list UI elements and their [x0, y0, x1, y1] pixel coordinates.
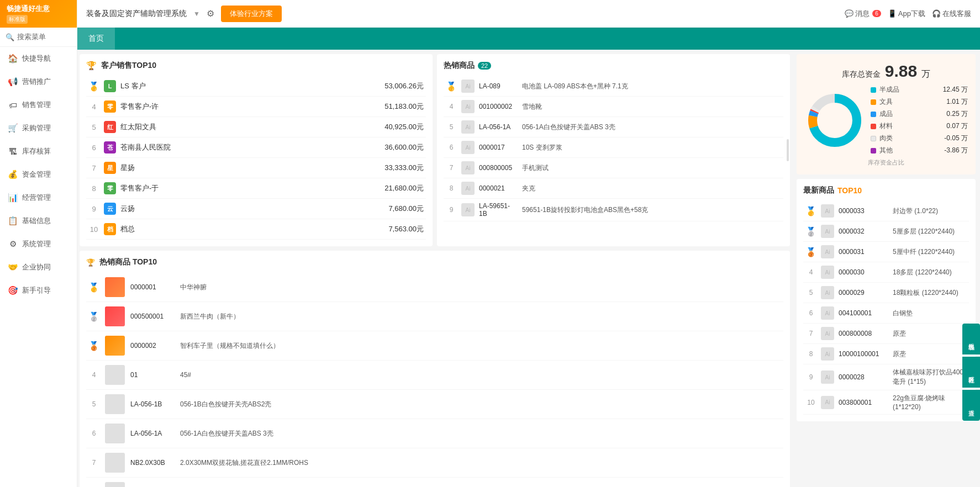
product-img-2: [105, 306, 125, 326]
basic-info-icon: 📋: [8, 216, 18, 226]
latest-product-3: 🥉 Ai 0000031 5厘中纤 (1220*2440): [803, 242, 969, 262]
item-code-r2: 001000002: [479, 103, 518, 110]
item-img-r2: Ai: [461, 100, 475, 113]
sidebar-item-guide[interactable]: 🎯 新手引导: [0, 279, 77, 302]
hot-product-3: 🥉 0000002 智利车子里（规格不知道填什么）: [86, 331, 783, 361]
rank-num-r5: 7: [446, 164, 457, 172]
latest-products-panel: 最新商品 TOP10 🥇 Ai 0000033 封边带 (1.0*22) 🥈 A…: [797, 179, 976, 421]
latest-product-9: 9 Ai 0000028 体械嘉核味苏打饮品400毫升 (1*15): [803, 364, 969, 390]
latest-img-8: Ai: [821, 347, 834, 361]
legend-dot-2: [871, 99, 876, 105]
hot-product-7: 7 NB2.0X30B 2.0X30MM双搓花轴,搓花直径2.1MM/ROHS: [86, 448, 783, 478]
item-img-r6: Ai: [461, 182, 475, 195]
latest-products-title: 最新商品: [803, 186, 834, 195]
latest-rank-8: 8: [805, 350, 816, 358]
latest-product-1: 🥇 Ai 0000033 封边带 (1.0*22): [803, 201, 969, 221]
rank-row-8: 10 档 档总 7,563.00元: [86, 219, 426, 240]
messages-btn[interactable]: 💬 消息 6: [845, 9, 881, 19]
product-img-7: [105, 453, 125, 473]
hot-product-5: 5 LA-056-1B 056-1B白色按键开关壳ABS2壳: [86, 390, 783, 419]
hot-product-8: 8 0000011 12070519-xs: [86, 478, 783, 487]
marketing-icon: 📢: [8, 77, 18, 87]
sidebar-item-marketing[interactable]: 📢 营销推广: [0, 70, 77, 93]
sidebar-item-quick-nav[interactable]: 🏠 快捷导航: [0, 47, 77, 70]
sidebar-search[interactable]: 🔍 搜索菜单: [0, 28, 77, 47]
rank-num-r3: 5: [446, 123, 457, 131]
sidebar-item-finance[interactable]: 💰 资金管理: [0, 163, 77, 186]
sidebar-item-purchase[interactable]: 🛒 采购管理: [0, 117, 77, 140]
rank-num-6: 8: [88, 184, 99, 193]
main-container: 装备及固定资产辅助管理系统 ▼ ⚙ 体验行业方案 💬 消息 6 📱 App下载 …: [77, 0, 980, 487]
product-name-7: 2.0X30MM双搓花轴,搓花直径2.1MM/ROHS: [180, 458, 781, 468]
legend-value-2: 1.01 万: [946, 97, 968, 107]
tab-bar: 首页: [77, 28, 980, 50]
legend-label-5: 肉类: [879, 134, 941, 143]
sidebar-item-sales[interactable]: 🏷 销售管理: [0, 93, 77, 117]
latest-img-7: Ai: [821, 327, 834, 340]
legend-item-6: 其他 -3.86 万: [871, 146, 968, 155]
gear-icon[interactable]: ⚙: [207, 8, 214, 19]
latest-name-6: 白钢垫: [893, 309, 967, 318]
cooperation-icon: 🤝: [8, 262, 18, 272]
product-code-3: 0000002: [130, 342, 175, 350]
latest-img-5: Ai: [821, 286, 834, 299]
app-download-btn[interactable]: 📱 App下载: [888, 9, 925, 19]
rank-name-8: 档总: [120, 224, 384, 234]
service-community-btn[interactable]: 服务社区: [962, 357, 980, 388]
rank-num-4: 6: [88, 144, 99, 152]
legend-item-2: 文具 1.01 万: [871, 97, 968, 107]
sidebar-item-basic-info[interactable]: 📋 基础信息: [0, 209, 77, 232]
legend-item-4: 材料 0.07 万: [871, 121, 968, 131]
latest-name-5: 18颗粒板 (1220*2440): [893, 288, 967, 298]
rank-name-2: 零售客户-许: [120, 102, 380, 112]
trophy-icon: 🏆: [86, 61, 97, 71]
header: 装备及固定资产辅助管理系统 ▼ ⚙ 体验行业方案 💬 消息 6 📱 App下载 …: [77, 0, 980, 28]
sidebar-item-cooperation[interactable]: 🤝 企业协同: [0, 256, 77, 279]
rank-num-p5: 5: [88, 400, 99, 408]
hot-products-title: 热销商品 TOP10: [99, 257, 157, 267]
nav-label: 新手引导: [22, 285, 51, 295]
rank-medal-p3: 🥉: [88, 341, 99, 351]
rank-row-3: 5 红 红太阳文具 40,925.00元: [86, 117, 426, 137]
product-img-4: [105, 365, 125, 385]
latest-rank-10: 10: [805, 399, 816, 406]
message-icon: 💬: [845, 9, 853, 18]
latest-products-top: TOP10: [837, 186, 862, 195]
hot-item-right-3: 5 Ai LA-056-1A 056-1A白色按键开关盖ABS 3壳: [444, 117, 783, 137]
sidebar: 畅捷通好生意 标准版 🔍 搜索菜单 🏠 快捷导航 📢 营销推广 🏷 销售管理 🛒…: [0, 0, 77, 487]
online-service-btn[interactable]: 🎧 在线客服: [932, 9, 971, 19]
latest-code-2: 0000032: [839, 227, 888, 235]
headset-icon: 🎧: [932, 9, 941, 18]
product-img-8: [105, 482, 125, 487]
sidebar-item-system[interactable]: ⚙ 系统管理: [0, 232, 77, 256]
legend-value-1: 12.45 万: [943, 85, 968, 94]
sidebar-item-operation[interactable]: 📊 经营管理: [0, 186, 77, 209]
scroll-indicator[interactable]: [787, 139, 789, 161]
item-name-r2: 雪地靴: [522, 102, 781, 112]
rank-medal-r1: 🥇: [446, 81, 457, 92]
rank-num-3: 5: [88, 123, 99, 131]
legend-value-5: -0.05 万: [944, 134, 968, 143]
item-code-r5: 000800005: [479, 164, 518, 172]
customer-service-btn[interactable]: 客服热线: [962, 324, 980, 354]
inventory-caption: 库存资金占比: [804, 158, 968, 167]
tab-home[interactable]: 首页: [77, 28, 115, 50]
rank-num-r4: 6: [446, 144, 457, 151]
rank-medal-p2: 🥈: [88, 311, 99, 322]
latest-rank-4: 4: [805, 268, 816, 276]
experience-btn[interactable]: 体验行业方案: [221, 6, 282, 22]
live-btn[interactable]: 直播: [962, 390, 980, 421]
rank-badge-3: 红: [104, 121, 116, 133]
legend-value-4: 0.07 万: [946, 121, 968, 131]
hot-items-right-title: 热销商品: [444, 61, 475, 71]
rank-amount-6: 21,680.00元: [384, 183, 424, 193]
legend-value-3: 0.25 万: [946, 109, 968, 119]
right-panel: 库存总资金 9.88 万: [792, 50, 980, 487]
sidebar-item-inventory[interactable]: 🏗 库存核算: [0, 140, 77, 163]
rank-row-2: 4 零 零售客户-许 51,183.00元: [86, 97, 426, 117]
rank-num-r6: 8: [446, 184, 457, 192]
legend-dot-6: [871, 148, 876, 153]
chevron-down-icon[interactable]: ▼: [193, 10, 200, 18]
rank-num-2: 4: [88, 103, 99, 111]
rank-name-5: 星扬: [120, 163, 380, 173]
